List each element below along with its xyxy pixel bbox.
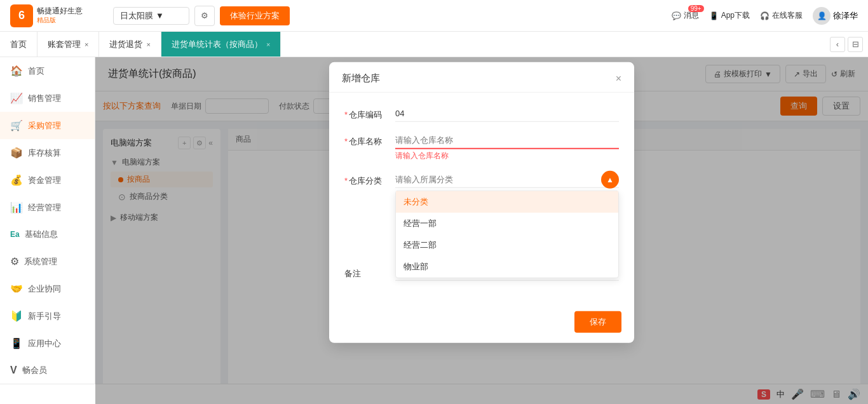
sidebar-label-enterprise: 企业协同 (28, 283, 61, 295)
sidebar-item-app[interactable]: 📱 应用中心 (0, 330, 95, 357)
dialog-body: *仓库编码 *仓库名称 请输入仓库名称 (329, 93, 634, 304)
mobile-icon: 📱 (709, 11, 719, 20)
username: 徐泽华 (833, 10, 858, 22)
save-button[interactable]: 保存 (574, 311, 621, 333)
tab-purchase-return-label: 进货退货 (109, 39, 142, 50)
dropdown-item-dept3[interactable]: 物业部 (396, 256, 618, 278)
app-icon: 📱 (10, 337, 23, 349)
sidebar: 🏠 首页 📈 销售管理 🛒 采购管理 📦 库存核算 💰 资金管理 📊 经营管理 … (0, 57, 95, 404)
sidebar-label-home: 首页 (28, 65, 44, 77)
tab-bar: 首页 账套管理 × 进货退货 × 进货单统计表（按商品） × ‹ ⊟ (0, 32, 868, 57)
trial-button[interactable]: 体验行业方案 (220, 6, 290, 25)
store-chevron-icon: ▼ (156, 11, 164, 20)
tab-home-label: 首页 (10, 39, 27, 50)
chevron-up-icon[interactable]: ▲ (601, 171, 619, 189)
sidebar-item-system[interactable]: ⚙ 系统管理 (0, 248, 95, 275)
user-info[interactable]: 👤 徐泽华 (813, 7, 858, 25)
system-icon: ⚙ (10, 255, 19, 267)
home-icon: 🏠 (10, 65, 23, 77)
online-service-item[interactable]: 🎧 在线客服 (760, 10, 803, 21)
sidebar-label-basic: 基础信息 (25, 229, 58, 240)
category-field: ▲ 未分类 经营一部 经营二部 物业部 (395, 172, 619, 188)
new-warehouse-dialog: 新增仓库 × *仓库编码 *仓库名称 (329, 62, 634, 343)
tab-account[interactable]: 账套管理 × (37, 32, 99, 57)
tab-home[interactable]: 首页 (0, 32, 37, 57)
tab-purchase-stats-close-icon[interactable]: × (266, 41, 270, 48)
tab-next-icon[interactable]: ⊟ (848, 37, 863, 52)
message-icon: 💬 (672, 11, 681, 20)
tab-account-label: 账套管理 (48, 39, 81, 50)
message-item[interactable]: 💬 消息 99+ (672, 10, 699, 21)
settings-button[interactable]: ⚙ (194, 6, 215, 26)
dialog-close-button[interactable]: × (616, 73, 621, 83)
sidebar-item-basic[interactable]: Ea 基础信息 (0, 221, 95, 248)
operation-icon: 📊 (10, 201, 23, 213)
sidebar-label-operation: 经营管理 (28, 202, 61, 213)
sidebar-item-home[interactable]: 🏠 首页 (0, 57, 95, 84)
dialog-footer: 保存 (329, 304, 634, 343)
tab-purchase-return[interactable]: 进货退货 × (99, 32, 161, 57)
dropdown-item-uncategorized[interactable]: 未分类 (396, 191, 618, 213)
sidebar-item-enterprise[interactable]: 🤝 企业协同 (0, 275, 95, 302)
sidebar-item-inventory[interactable]: 📦 库存核算 (0, 139, 95, 166)
category-dropdown: 未分类 经营一部 经营二部 物业部 (395, 191, 619, 278)
sidebar-label-inventory: 库存核算 (28, 147, 61, 159)
header-middle: 日太阳膜 ▼ ⚙ 体验行业方案 (113, 6, 664, 26)
name-input[interactable] (395, 132, 619, 149)
tab-purchase-stats-label: 进货单统计表（按商品） (172, 39, 262, 50)
sidebar-item-member[interactable]: V 畅会员 (0, 357, 95, 384)
tab-purchase-stats[interactable]: 进货单统计表（按商品） × (161, 32, 281, 57)
sidebar-label-finance: 资金管理 (28, 175, 61, 186)
note-label: 备注 (344, 264, 395, 279)
sidebar-label-system: 系统管理 (24, 256, 57, 267)
member-icon: V (10, 365, 17, 376)
dialog-header: 新增仓库 × (329, 62, 634, 93)
app-download-item[interactable]: 📱 App下载 (709, 10, 750, 21)
tab-actions: ‹ ⊟ (825, 32, 868, 57)
tab-purchase-return-close-icon[interactable]: × (146, 41, 150, 48)
sales-icon: 📈 (10, 92, 23, 104)
category-input[interactable] (395, 172, 619, 188)
header-right: 💬 消息 99+ 📱 App下载 🎧 在线客服 👤 徐泽华 (672, 7, 858, 25)
headset-icon: 🎧 (760, 11, 770, 20)
category-chevron[interactable]: ▲ (601, 171, 619, 189)
sidebar-label-sales: 销售管理 (28, 93, 61, 104)
form-row-name: *仓库名称 请输入仓库名称 (344, 132, 619, 161)
category-label: *仓库分类 (344, 172, 395, 187)
form-row-category: *仓库分类 ▲ 未分类 经营一部 经营二部 物业部 (344, 172, 619, 188)
dialog-title: 新增仓库 (342, 72, 380, 84)
name-label: *仓库名称 (344, 132, 395, 147)
sidebar-item-finance[interactable]: 💰 资金管理 (0, 166, 95, 194)
name-error-hint: 请输入仓库名称 (395, 151, 619, 161)
code-input[interactable] (395, 105, 619, 122)
sidebar-item-sales[interactable]: 📈 销售管理 (0, 84, 95, 112)
sidebar-item-purchase[interactable]: 🛒 采购管理 (0, 112, 95, 139)
name-field: 请输入仓库名称 (395, 132, 619, 161)
tab-account-close-icon[interactable]: × (85, 41, 88, 48)
guide-icon: 🔰 (10, 310, 23, 322)
inventory-icon: 📦 (10, 147, 23, 159)
code-field (395, 105, 619, 122)
sidebar-item-guide[interactable]: 🔰 新手引导 (0, 302, 95, 330)
sidebar-item-operation[interactable]: 📊 经营管理 (0, 194, 95, 221)
dropdown-item-dept1[interactable]: 经营一部 (396, 213, 618, 234)
top-header: 6 畅捷通好生意 精品版 日太阳膜 ▼ ⚙ 体验行业方案 💬 消息 99+ 📱 … (0, 0, 868, 32)
purchase-icon: 🛒 (10, 119, 23, 131)
form-row-code: *仓库编码 (344, 105, 619, 122)
dropdown-item-dept2[interactable]: 经营二部 (396, 234, 618, 256)
store-name: 日太阳膜 (120, 10, 153, 22)
main-layout: 🏠 首页 📈 销售管理 🛒 采购管理 📦 库存核算 💰 资金管理 📊 经营管理 … (0, 57, 868, 404)
logo-text: 畅捷通好生意 精品版 (37, 6, 83, 25)
sidebar-label-purchase: 采购管理 (28, 120, 61, 131)
message-badge: 99+ (688, 5, 704, 12)
sidebar-label-app: 应用中心 (28, 338, 61, 349)
content-area: 进货单统计(按商品) 🖨 按模板打印 ▼ ↗ 导出 ↺ 刷新 按以下方案查询 (95, 57, 868, 404)
logo-icon: 6 (10, 4, 33, 27)
avatar: 👤 (813, 7, 831, 25)
enterprise-icon: 🤝 (10, 283, 23, 295)
store-selector[interactable]: 日太阳膜 ▼ (113, 7, 189, 25)
logo-area: 6 畅捷通好生意 精品版 (10, 4, 105, 27)
basic-icon: Ea (10, 230, 20, 239)
tab-prev-icon[interactable]: ‹ (830, 37, 845, 52)
sidebar-label-member: 畅会员 (22, 365, 47, 376)
